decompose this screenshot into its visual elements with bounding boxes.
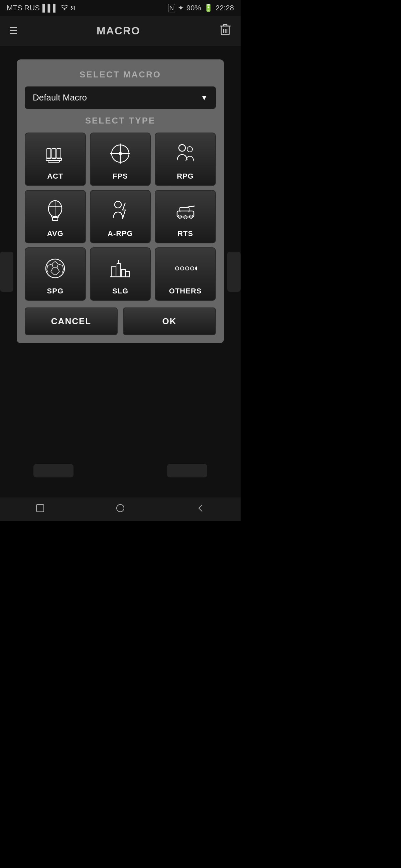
svg-point-26 [115, 201, 121, 208]
page-title: MACRO [96, 25, 140, 37]
type-button-arpg[interactable]: A-RPG [90, 190, 151, 243]
type-label-fps: FPS [113, 172, 128, 181]
type-button-rpg[interactable]: RPG [155, 132, 216, 186]
svg-rect-13 [48, 160, 59, 162]
time-label: 22:28 [216, 4, 234, 12]
type-button-fps[interactable]: FPS [90, 132, 151, 186]
type-label-rts: RTS [177, 229, 193, 238]
svg-rect-37 [117, 264, 120, 277]
spg-icon [44, 253, 67, 283]
svg-point-0 [64, 10, 65, 11]
avg-icon [44, 196, 67, 226]
type-button-rts[interactable]: RTS [155, 190, 216, 243]
type-label-spg: SPG [47, 287, 63, 296]
circle-icon[interactable] [115, 503, 125, 516]
type-button-avg[interactable]: AVG [25, 190, 86, 243]
battery-label: 90% [187, 4, 201, 12]
type-grid: ACT FPS [25, 132, 216, 301]
yandex-icon: Я [71, 5, 75, 12]
bottom-handle-right [167, 464, 207, 477]
bluetooth-icon: ✦ [178, 4, 184, 12]
type-button-slg[interactable]: SLG [90, 247, 151, 301]
arpg-icon [109, 196, 132, 226]
type-label-arpg: A-RPG [108, 229, 133, 238]
type-label-others: OTHERS [169, 287, 202, 296]
app-bar: ☰ MACRO [0, 16, 240, 46]
side-handle-right [227, 252, 240, 292]
rts-icon [174, 196, 197, 226]
side-handle-left [0, 252, 13, 292]
select-macro-title: SELECT MACRO [80, 69, 161, 80]
svg-rect-47 [36, 504, 44, 512]
nfc-icon: N [168, 4, 175, 12]
svg-rect-39 [126, 271, 129, 277]
carrier-label: MTS RUS [7, 4, 40, 12]
type-button-act[interactable]: ACT [25, 132, 86, 186]
trash-icon-button[interactable] [219, 23, 231, 39]
svg-rect-9 [47, 149, 51, 159]
svg-marker-34 [52, 261, 58, 268]
select-type-title: SELECT TYPE [85, 116, 156, 126]
svg-point-44 [185, 267, 189, 270]
type-button-others[interactable]: OTHERS [155, 247, 216, 301]
svg-rect-38 [121, 270, 125, 277]
svg-point-42 [175, 267, 179, 270]
slg-icon [109, 253, 132, 283]
type-label-slg: SLG [112, 287, 128, 296]
battery-icon: 🔋 [204, 4, 213, 12]
bottom-handle-left [33, 464, 74, 477]
background-content: SELECT MACRO Default Macro ▼ SELECT TYPE [0, 46, 240, 497]
status-bar: MTS RUS ▌▌▌ Я N ✦ 90% 🔋 22:28 [0, 0, 240, 16]
type-label-avg: AVG [47, 229, 63, 238]
dropdown-value: Default Macro [33, 92, 87, 103]
rpg-icon [174, 138, 197, 168]
svg-point-46 [196, 267, 197, 270]
type-label-rpg: RPG [177, 172, 194, 181]
svg-line-29 [187, 206, 195, 207]
svg-point-18 [179, 145, 185, 151]
svg-point-48 [117, 504, 124, 512]
fps-icon [109, 138, 132, 168]
signal-icon: ▌▌▌ [42, 4, 58, 12]
nav-bar [0, 497, 240, 521]
act-icon [44, 138, 67, 168]
svg-rect-36 [111, 267, 116, 277]
type-label-act: ACT [47, 172, 63, 181]
select-macro-dialog: SELECT MACRO Default Macro ▼ SELECT TYPE [17, 59, 224, 343]
ok-button[interactable]: OK [123, 307, 216, 335]
svg-rect-23 [53, 217, 58, 221]
dropdown-arrow-icon: ▼ [200, 93, 208, 102]
macro-dropdown[interactable]: Default Macro ▼ [25, 87, 216, 109]
svg-point-45 [191, 267, 194, 270]
others-icon [174, 253, 197, 283]
cancel-button[interactable]: CANCEL [25, 307, 118, 335]
svg-point-43 [180, 267, 184, 270]
svg-rect-11 [57, 149, 61, 159]
back-icon[interactable] [196, 503, 205, 516]
svg-point-19 [187, 147, 193, 152]
dialog-action-row: CANCEL OK [25, 307, 216, 335]
hamburger-icon[interactable]: ☰ [9, 25, 18, 36]
type-button-spg[interactable]: SPG [25, 247, 86, 301]
square-icon[interactable] [35, 503, 45, 516]
wifi-icon [61, 4, 68, 12]
svg-rect-10 [52, 149, 56, 159]
